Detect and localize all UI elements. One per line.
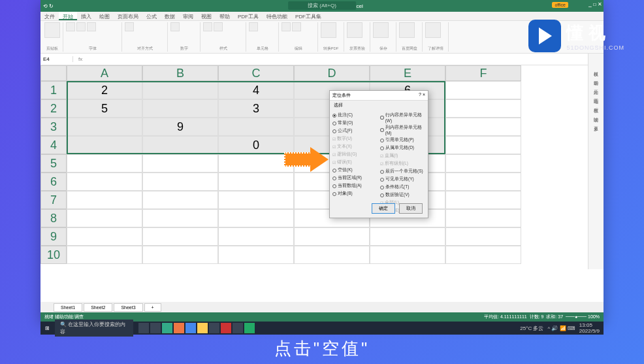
find-icon[interactable] [292,22,301,31]
sheet-2[interactable]: Sheet2 [84,303,112,312]
option-可见单元格(Y)[interactable]: 可见单元格(Y) [380,176,425,182]
bold-icon[interactable] [76,22,86,31]
row-3[interactable]: 3 [40,118,67,136]
rp-start[interactable]: 开始 [592,85,601,88]
save-icon[interactable] [373,22,389,38]
cell-F2[interactable] [445,99,521,118]
tab-pdfset[interactable]: PDF工具集 [291,12,325,20]
qat[interactable]: ⟲ ↻ [43,3,54,9]
taskbar-app-icon[interactable] [197,323,208,333]
search-bar[interactable]: 搜索 (Alt+Q) [288,1,356,10]
row-1[interactable]: 1 [40,81,67,99]
cell-F4[interactable] [445,136,521,154]
tab-insert[interactable]: 插入 [77,12,95,20]
tab-draw[interactable]: 绘图 [95,12,114,20]
cell-A1[interactable]: 2 [67,81,142,99]
cell-C3[interactable] [218,118,294,136]
cancel-button[interactable]: 取消 [399,203,423,214]
option-批注(C)[interactable]: 批注(C) [332,112,378,118]
option-空值(K)[interactable]: 空值(K) [332,167,378,173]
col-E[interactable]: E [370,65,445,81]
number-icon[interactable] [170,22,180,31]
font-icon[interactable] [66,22,75,31]
taskbar-app-icon[interactable] [209,323,219,333]
cell-B5[interactable] [142,154,218,173]
dialog-close-icon[interactable]: ? × [419,92,425,99]
window-controls[interactable]: ⎯ ◻ ✕ [588,1,602,7]
rp-read[interactable]: 朗读 [592,112,601,115]
row-9[interactable]: 9 [40,227,67,246]
row-7[interactable]: 7 [40,191,67,209]
insert-cell-icon[interactable] [249,22,258,31]
border-icon[interactable] [87,22,96,31]
sheet-3[interactable]: Sheet3 [114,303,142,312]
row-4[interactable]: 4 [40,136,67,154]
condfmt-icon[interactable] [203,22,212,31]
option-从属单元格(D)[interactable]: 从属单元格(D) [380,145,425,151]
tab-layout[interactable]: 页面布局 [114,12,142,20]
cell-B2[interactable] [142,99,218,118]
rp-help[interactable]: 帮助 [592,76,601,78]
pdf-icon[interactable] [321,22,336,38]
option-当前区域(R)[interactable]: 当前区域(R) [332,175,378,181]
row-8[interactable]: 8 [40,209,67,227]
cell-B4[interactable] [142,136,218,154]
row-6[interactable]: 6 [40,173,67,191]
tab-feature[interactable]: 特色功能 [263,12,291,20]
option-对象(B)[interactable]: 对象(B) [332,191,378,197]
option-条件格式(T)[interactable]: 条件格式(T) [380,184,425,190]
tab-pdf[interactable]: PDF工具 [234,12,263,20]
option-行内容差异单元格(W)[interactable]: 行内容差异单元格(W) [380,112,425,123]
cell-A5[interactable] [67,154,142,173]
option-最后一个单元格(S)[interactable]: 最后一个单元格(S) [380,169,425,174]
taskbar-search[interactable]: 🔍 在这里输入你要搜索的内容 [55,320,133,337]
cell-C1[interactable]: 4 [218,81,294,99]
invoice-icon[interactable] [347,22,362,38]
taskbar-app-icon[interactable] [221,323,231,333]
option-公式(F)[interactable]: 公式(F) [332,128,378,134]
row-10[interactable]: 10 [40,246,67,264]
col-F[interactable]: F [445,65,521,81]
row-5[interactable]: 5 [40,154,67,173]
cell-A3[interactable] [67,118,142,136]
tab-view[interactable]: 视图 [197,12,216,20]
taskbar-app-icon[interactable] [174,323,184,333]
cell-C5[interactable] [218,154,294,173]
rp-tutorial[interactable]: 教程 [592,103,601,106]
weather-widget[interactable]: 25°C 多云 [520,325,543,332]
rp-map[interactable]: 地图 [592,94,601,97]
cell-B3[interactable]: 9 [142,118,218,136]
option-常量(O)[interactable]: 常量(O) [332,120,378,126]
clock[interactable]: 13:052022/5/9 [579,322,600,334]
row-2[interactable]: 2 [40,99,67,118]
cell-A4[interactable] [67,136,142,154]
col-C[interactable]: C [218,65,294,81]
taskbar-app-icon[interactable] [138,323,149,333]
tray-icons[interactable]: ^ 🔊 📶 ⌨ [547,325,575,331]
tab-home[interactable]: 开始 [59,12,77,20]
tab-data[interactable]: 数据 [161,12,179,20]
rp-more[interactable]: 更多 [592,122,601,124]
option-列内容差异单元格(M)[interactable]: 列内容差异单元格(M) [380,125,425,135]
name-box[interactable]: E4 [40,56,73,62]
sheet-1[interactable]: Sheet1 [54,303,82,312]
start-button[interactable]: ⊞ [40,322,54,335]
cell-C4[interactable]: 0 [218,136,294,154]
tab-review[interactable]: 审阅 [179,12,197,20]
tab-help[interactable]: 帮助 [216,12,234,20]
table-icon[interactable] [214,22,223,31]
taskbar-app-icon[interactable] [150,323,161,333]
taskbar-app-icon[interactable] [185,323,196,333]
cell-F1[interactable] [445,81,521,99]
col-D[interactable]: D [294,65,370,81]
option-数据验证(V)[interactable]: 数据验证(V) [380,192,425,198]
taskbar-app-icon[interactable] [244,323,255,333]
cell-A2[interactable]: 5 [67,99,142,118]
cell-F3[interactable] [445,118,521,136]
info-icon[interactable] [425,22,441,38]
col-B[interactable]: B [142,65,218,81]
tab-file[interactable]: 文件 [40,12,59,20]
rp-template[interactable]: 模板 [592,67,601,69]
baidu-icon[interactable] [399,22,415,38]
cell-F5[interactable] [445,154,521,173]
